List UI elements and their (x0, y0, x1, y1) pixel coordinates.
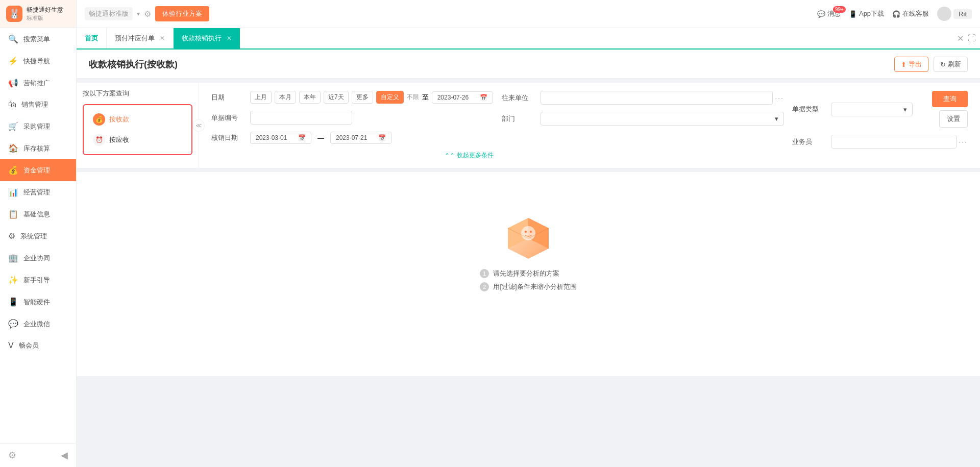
refresh-button[interactable]: ↻ 刷新 (934, 57, 968, 72)
settings-button[interactable]: 设置 (939, 110, 968, 128)
results-area: 1 请先选择要分析的方案 2 用[过滤]条件来缩小分析范围 (77, 172, 980, 376)
solution-button[interactable]: 体验行业方案 (155, 6, 209, 21)
date-this-month-btn[interactable]: 本月 (275, 91, 296, 104)
filter-section: 按以下方案查询 💰 按收款 ⏰ 按应收 ≪ (77, 83, 980, 168)
sidebar-item-inventory[interactable]: 🏠 库存核算 (0, 137, 76, 159)
sidebar-item-operation[interactable]: 📊 经营管理 (0, 181, 76, 203)
empty-tip-1: 1 请先选择要分析的方案 (480, 267, 576, 280)
date-more-btn[interactable]: 更多 (352, 91, 373, 104)
header-app-download[interactable]: 📱 App下载 (849, 9, 884, 18)
empty-state-illustration (498, 203, 559, 259)
sidebar-item-wechat-work[interactable]: 💬 企业微信 (0, 313, 76, 335)
verify-date-start-input[interactable]: 2023-03-01 📅 (250, 132, 311, 144)
partner-input[interactable] (541, 91, 773, 105)
wechat-work-icon: 💬 (8, 319, 18, 329)
sales-icon: 🛍 (8, 100, 16, 109)
date-no-limit: 不限 (407, 93, 419, 102)
by-receipt-icon: 💰 (93, 113, 105, 126)
calendar-icon: 📅 (480, 94, 487, 101)
sidebar-item-basic-info[interactable]: 📋 基础信息 (0, 203, 76, 225)
service-icon: 🎧 (892, 10, 900, 18)
content-area: 收款核销执行(按收款) ⬆ 导出 ↻ 刷新 按以下方案查询 (77, 50, 980, 467)
sidebar-item-marketing[interactable]: 📢 营销推广 (0, 72, 76, 94)
filter-option-by-receipt[interactable]: 💰 按收款 (88, 109, 187, 130)
tab-prepay[interactable]: 预付冲应付单 ✕ (107, 28, 174, 48)
sidebar-item-member[interactable]: V 畅会员 (0, 335, 76, 356)
sidebar: 🐰 畅捷通好生意 标准版 🔍 搜索菜单 ⚡ 快捷导航 📢 营销推广 🛍 销售管理… (0, 0, 77, 467)
staff-input[interactable] (831, 135, 957, 149)
tab-prepay-close-icon[interactable]: ✕ (160, 35, 165, 42)
date-this-year-btn[interactable]: 本年 (299, 91, 321, 104)
purchase-icon: 🛒 (8, 121, 18, 131)
marketing-icon: 📢 (8, 78, 18, 88)
tab-home[interactable]: 首页 (77, 28, 107, 48)
dept-select[interactable]: ▾ (541, 112, 784, 126)
header-dropdown-icon[interactable]: ▾ (137, 10, 140, 17)
filter-docno-row: 单据编号 (211, 111, 494, 125)
doctype-label: 单据类型 (792, 105, 823, 114)
sidebar-nav: 🔍 搜索菜单 ⚡ 快捷导航 📢 营销推广 🛍 销售管理 🛒 采购管理 🏠 库存核… (0, 28, 76, 443)
docno-label: 单据编号 (211, 113, 242, 122)
filter-panel-title: 按以下方案查询 (83, 89, 192, 98)
date-quick-group: 上月 本月 本年 近7天 更多 自定义 不限 至 (250, 91, 493, 104)
header-user[interactable]: Rit (937, 7, 972, 21)
sidebar-logo: 🐰 畅捷通好生意 标准版 (0, 0, 76, 28)
filter-option-by-receivable[interactable]: ⏰ 按应收 (88, 130, 187, 150)
sidebar-item-quick-nav[interactable]: ⚡ 快捷导航 (0, 50, 76, 72)
member-icon: V (8, 341, 14, 350)
empty-tips: 1 请先选择要分析的方案 2 用[过滤]条件来缩小分析范围 (480, 267, 576, 293)
sidebar-item-sales[interactable]: 🛍 销售管理 (0, 94, 76, 115)
basic-info-icon: 📋 (8, 209, 18, 219)
header-online-service[interactable]: 🎧 在线客服 (892, 9, 929, 18)
docno-input[interactable] (250, 111, 352, 125)
sidebar-item-purchase[interactable]: 🛒 采购管理 (0, 115, 76, 137)
filter-panel-collapse-button[interactable]: ≪ (192, 119, 205, 132)
verify-date-end-input[interactable]: 2023-07-21 📅 (330, 132, 391, 144)
quick-nav-icon: ⚡ (8, 56, 18, 66)
logo-text: 畅捷通好生意 标准版 (27, 6, 63, 21)
staff-more-icon[interactable]: ··· (959, 138, 968, 146)
tab-actions: ✕ ⛶ (957, 28, 980, 48)
filter-doctype-row: 单据类型 ▾ 查询 设置 (792, 91, 968, 128)
export-icon: ⬆ (901, 61, 906, 68)
username-label: Rit (953, 9, 972, 19)
date-last-month-btn[interactable]: 上月 (250, 91, 272, 104)
sidebar-item-finance[interactable]: 💰 资金管理 (0, 159, 76, 181)
sidebar-item-enterprise-collab[interactable]: 🏢 企业协同 (0, 247, 76, 269)
search-menu-icon: 🔍 (8, 34, 18, 44)
doctype-select[interactable]: ▾ (831, 103, 913, 116)
verify-calendar-start-icon: 📅 (298, 134, 306, 141)
tab-receipt-verify-close-icon[interactable]: ✕ (227, 35, 232, 42)
sidebar-item-system[interactable]: ⚙ 系统管理 (0, 225, 76, 247)
filter-left-panel: 按以下方案查询 💰 按收款 ⏰ 按应收 ≪ (77, 83, 199, 168)
partner-more-icon[interactable]: ··· (775, 94, 784, 102)
message-badge: 99+ (833, 6, 846, 13)
system-icon: ⚙ (8, 231, 15, 241)
verify-calendar-end-icon: 📅 (378, 134, 386, 141)
smart-hardware-icon: 📱 (8, 297, 18, 307)
date-7days-btn[interactable]: 近7天 (324, 91, 349, 104)
dept-label: 部门 (502, 114, 532, 124)
operation-icon: 📊 (8, 187, 18, 197)
sidebar-item-search-menu[interactable]: 🔍 搜索菜单 (0, 28, 76, 50)
tab-receipt-verify[interactable]: 收款核销执行 ✕ (174, 28, 240, 48)
header-gear-icon[interactable]: ⚙ (144, 9, 151, 19)
doctype-chevron-icon: ▾ (903, 106, 907, 113)
tab-fullscreen-button[interactable]: ⛶ (968, 34, 976, 43)
export-button[interactable]: ⬆ 导出 (894, 57, 928, 72)
query-button[interactable]: 查询 (932, 91, 968, 107)
page: 收款核销执行(按收款) ⬆ 导出 ↻ 刷新 按以下方案查询 (77, 50, 980, 467)
user-avatar (937, 7, 951, 21)
sidebar-item-guide[interactable]: ✨ 新手引导 (0, 269, 76, 291)
date-end-input[interactable]: 2023-07-26 📅 (432, 91, 493, 104)
sidebar-collapse-icon[interactable]: ◀ (61, 450, 68, 461)
inventory-icon: 🏠 (8, 143, 18, 153)
sidebar-item-smart-hardware[interactable]: 📱 智能硬件 (0, 291, 76, 313)
filter-staff-row: 业务员 ··· (792, 135, 968, 149)
header-message[interactable]: 💬 消息 99+ (817, 9, 841, 18)
date-custom-btn[interactable]: 自定义 (376, 91, 404, 104)
sidebar-settings-icon[interactable]: ⚙ (8, 450, 16, 461)
collapse-more-button[interactable]: ⌃⌃ 收起更多条件 (211, 151, 494, 160)
tab-bar: 首页 预付冲应付单 ✕ 收款核销执行 ✕ ✕ ⛶ (77, 28, 980, 50)
tab-close-all-button[interactable]: ✕ (957, 34, 964, 43)
